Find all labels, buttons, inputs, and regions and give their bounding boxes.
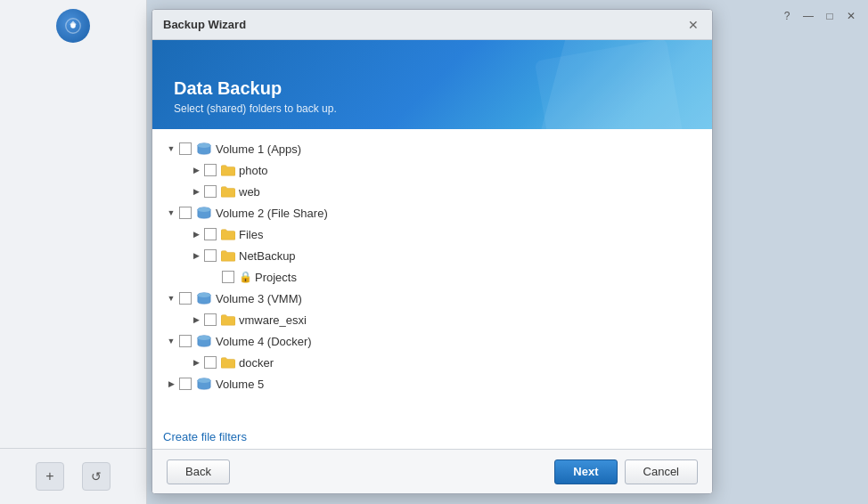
svg-point-3 — [198, 143, 210, 148]
label-vol5: Volume 5 — [216, 378, 264, 391]
add-button[interactable]: + — [36, 462, 64, 491]
dialog-content: Volume 1 (Apps) photo — [152, 129, 712, 449]
next-button[interactable]: Next — [554, 459, 617, 484]
label-photo: photo — [239, 164, 268, 177]
tree-item-vol1[interactable]: Volume 1 (Apps) — [152, 138, 712, 159]
tree-item-vol5[interactable]: Volume 5 — [152, 373, 712, 394]
svg-point-11 — [198, 378, 210, 383]
expand-web[interactable] — [188, 183, 204, 199]
tree-item-vol2[interactable]: Volume 2 (File Share) — [152, 202, 712, 224]
checkbox-files[interactable] — [204, 228, 217, 240]
sidebar-bottom: + ↺ — [0, 448, 146, 504]
back-button[interactable]: Back — [167, 459, 230, 484]
checkbox-vol1[interactable] — [179, 142, 192, 155]
expand-vol2[interactable] — [163, 205, 179, 221]
app-logo — [56, 9, 90, 43]
checkbox-projects[interactable] — [222, 271, 234, 283]
expand-netbackup[interactable] — [188, 248, 204, 264]
checkbox-docker[interactable] — [204, 356, 217, 369]
label-web: web — [239, 185, 260, 199]
folder-icon-netbackup — [221, 249, 235, 262]
label-vol4: Volume 4 (Docker) — [216, 335, 312, 348]
expand-vol1[interactable] — [163, 141, 179, 157]
folder-icon-vmware — [221, 313, 235, 326]
checkbox-photo[interactable] — [204, 164, 217, 176]
dialog-header: Data Backup Select (shared) folders to b… — [152, 40, 712, 129]
label-vmware: vmware_esxi — [239, 313, 307, 327]
folder-icon-files — [221, 228, 235, 240]
volume-icon-vol1 — [196, 142, 212, 156]
backup-wizard-dialog: Backup Wizard ✕ Data Backup Select (shar… — [151, 9, 713, 494]
header-title: Data Backup — [174, 78, 337, 99]
volume-icon-vol3 — [196, 291, 212, 305]
filter-link-container: Create file filters — [152, 425, 712, 449]
checkbox-vol2[interactable] — [179, 207, 192, 219]
desktop: + ↺ ? — □ ✕ Backup Wizard ✕ Data Backup … — [0, 0, 868, 504]
dialog-title: Backup Wizard — [163, 18, 246, 31]
expand-docker[interactable] — [188, 354, 204, 370]
label-vol1: Volume 1 (Apps) — [216, 142, 301, 156]
folder-icon-photo — [221, 164, 235, 176]
history-button[interactable]: ↺ — [82, 462, 111, 491]
label-files: Files — [239, 228, 263, 241]
label-docker: docker — [239, 356, 274, 370]
cancel-button[interactable]: Cancel — [625, 459, 698, 484]
volume-icon-vol2 — [196, 206, 212, 220]
tree-item-netbackup[interactable]: NetBackup — [152, 245, 712, 266]
label-netbackup: NetBackup — [239, 249, 296, 263]
lock-icon: 🔒 — [239, 271, 252, 283]
tree-item-files[interactable]: Files — [152, 224, 712, 245]
label-vol2: Volume 2 (File Share) — [216, 207, 328, 220]
checkbox-vol5[interactable] — [179, 378, 192, 390]
header-text: Data Backup Select (shared) folders to b… — [174, 78, 337, 115]
svg-point-7 — [198, 293, 210, 297]
folder-tree[interactable]: Volume 1 (Apps) photo — [152, 129, 712, 425]
checkbox-web[interactable] — [204, 185, 217, 198]
checkbox-vmware[interactable] — [204, 313, 217, 326]
tree-item-photo[interactable]: photo — [152, 159, 712, 181]
expand-photo[interactable] — [188, 162, 204, 178]
tree-item-projects[interactable]: 🔒 Projects — [152, 266, 712, 288]
svg-point-9 — [198, 336, 210, 340]
taskbar-controls: ? — □ ✕ — [779, 0, 868, 32]
expand-vol5[interactable] — [163, 376, 179, 392]
history-icon: ↺ — [91, 469, 102, 484]
close-button[interactable]: ✕ — [843, 8, 859, 24]
expand-vmware[interactable] — [188, 312, 204, 328]
tree-item-docker[interactable]: docker — [152, 352, 712, 373]
checkbox-netbackup[interactable] — [204, 249, 217, 262]
help-button[interactable]: ? — [779, 8, 795, 24]
maximize-button[interactable]: □ — [822, 8, 838, 24]
footer-right-buttons: Next Cancel — [554, 459, 698, 484]
header-subtitle: Select (shared) folders to back up. — [174, 102, 337, 115]
checkbox-vol3[interactable] — [179, 292, 192, 305]
dialog-footer: Back Next Cancel — [152, 449, 712, 493]
tree-item-vol3[interactable]: Volume 3 (VMM) — [152, 288, 712, 309]
folder-icon-web — [221, 185, 235, 198]
create-file-filters-link[interactable]: Create file filters — [163, 430, 247, 443]
minimize-button[interactable]: — — [800, 8, 816, 24]
sidebar: + ↺ — [0, 0, 147, 504]
volume-icon-vol4 — [196, 334, 212, 348]
checkbox-vol4[interactable] — [179, 335, 192, 347]
expand-vol4[interactable] — [163, 333, 179, 349]
dialog-titlebar: Backup Wizard ✕ — [152, 10, 712, 40]
dialog-close-button[interactable]: ✕ — [685, 17, 701, 33]
tree-item-vmware[interactable]: vmware_esxi — [152, 309, 712, 330]
add-icon: + — [45, 468, 53, 484]
tree-item-web[interactable]: web — [152, 181, 712, 202]
expand-vol3[interactable] — [163, 290, 179, 306]
tree-item-vol4[interactable]: Volume 4 (Docker) — [152, 330, 712, 352]
svg-point-1 — [70, 23, 76, 28]
folder-icon-docker — [221, 356, 235, 369]
label-projects: Projects — [255, 271, 297, 284]
volume-icon-vol5 — [196, 377, 212, 391]
label-vol3: Volume 3 (VMM) — [216, 292, 302, 305]
expand-files[interactable] — [188, 226, 204, 242]
svg-point-5 — [198, 207, 210, 212]
